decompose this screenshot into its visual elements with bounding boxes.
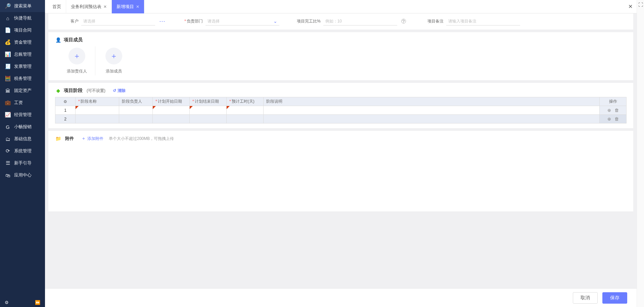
col-gear[interactable]: ⚙ — [55, 97, 76, 106]
tab-label: 新增项目 — [117, 4, 134, 10]
col-start: *计划开始日期 — [153, 97, 190, 106]
sidebar-item-label: 新手引导 — [14, 160, 32, 166]
form-top-row: 客户 ⋯ *负责部门 ⌄ 项目完工比% ? 项目备注 — [48, 13, 633, 30]
system-icon: ⟳ — [5, 148, 11, 154]
cell-name[interactable] — [76, 106, 119, 115]
add-attachment-label: 添加附件 — [87, 136, 103, 142]
row-index: 1 — [55, 106, 76, 115]
sidebar-item-label: 税务管理 — [14, 75, 32, 82]
cell-desc[interactable] — [264, 115, 600, 123]
sidebar-item-reimburse[interactable]: G 小畅报销 — [0, 121, 45, 133]
ledger-icon: 📊 — [5, 51, 11, 57]
remark-input[interactable] — [446, 17, 520, 25]
tab-label: 业务利润预估表 — [71, 4, 101, 10]
phase-header-row: ⚙ *阶段名称 阶段负责人 *计划开始日期 *计划结束日期 *预计工时(天) 阶… — [55, 97, 627, 106]
phase-optional-note: (可不设置) — [87, 88, 105, 94]
sidebar-item-system[interactable]: ⟳ 系统管理 — [0, 145, 45, 157]
cell-start[interactable] — [153, 106, 190, 115]
tab-profit-estimate[interactable]: 业务利润预估表 ✕ — [66, 0, 112, 13]
tab-new-project[interactable]: 新增项目 ✕ — [112, 0, 144, 13]
close-all-tabs-icon[interactable]: ✕ — [628, 3, 633, 10]
fullscreen-icon[interactable]: ⛶ — [638, 2, 643, 7]
sidebar-item-project-contract[interactable]: 📄 项目合同 — [0, 24, 45, 36]
cell-hours[interactable] — [227, 106, 264, 115]
sidebar-item-funds[interactable]: 💰 资金管理 — [0, 36, 45, 48]
collapse-icon[interactable]: ⏩ — [35, 300, 40, 305]
add-attachment-button[interactable]: ＋ 添加附件 — [81, 136, 103, 142]
required-marker-icon — [190, 106, 193, 109]
sidebar-item-guide[interactable]: ☰ 新手引导 — [0, 157, 45, 169]
attach-panel: 📁 附件 ＋ 添加附件 单个大小不超过200MB，可拖拽上传 — [48, 131, 633, 211]
row-delete-icon[interactable]: 🗑 — [614, 116, 619, 121]
cell-end[interactable] — [190, 115, 227, 123]
row-add-icon[interactable]: ⊕ — [607, 116, 611, 121]
sidebar-footer: ⚙ ⏩ — [0, 300, 45, 305]
phase-table: ⚙ *阶段名称 阶段负责人 *计划开始日期 *计划结束日期 *预计工时(天) 阶… — [55, 97, 627, 123]
add-leader-button[interactable]: ＋ — [68, 48, 85, 64]
refresh-icon: ↺ — [113, 88, 116, 93]
sidebar-item-search[interactable]: 🔎 搜索菜单 — [0, 0, 45, 12]
col-desc: 阶段说明 — [264, 97, 600, 106]
tab-label: 首页 — [52, 4, 61, 10]
apps-icon: 🛍 — [5, 172, 11, 178]
sidebar-item-tax[interactable]: 🧮 税务管理 — [0, 72, 45, 85]
field-ratio-label: 项目完工比% — [297, 18, 321, 24]
sidebar-item-appcenter[interactable]: 🛍 应用中心 — [0, 169, 45, 181]
cancel-button[interactable]: 取消 — [573, 292, 598, 304]
col-end: *计划结束日期 — [190, 97, 227, 106]
cell-owner[interactable] — [119, 106, 153, 115]
invoice-icon: 🧾 — [5, 63, 11, 69]
attach-note: 单个大小不超过200MB，可拖拽上传 — [109, 136, 174, 142]
tab-home[interactable]: 首页 — [48, 0, 66, 13]
content-scroll[interactable]: 客户 ⋯ *负责部门 ⌄ 项目完工比% ? 项目备注 — [45, 13, 637, 288]
settings-icon[interactable]: ⚙ — [5, 300, 9, 305]
sidebar-item-quicknav[interactable]: ⌂ 快捷导航 — [0, 12, 45, 24]
salary-icon: 💼 — [5, 100, 11, 106]
main-area: 首页 业务利润预估表 ✕ 新增项目 ✕ ✕ 客户 ⋯ *负责部门 — [45, 0, 637, 307]
help-icon[interactable]: ? — [401, 19, 406, 23]
customer-input[interactable] — [81, 17, 155, 25]
add-member-label: 添加成员 — [106, 68, 122, 74]
sidebar-item-business[interactable]: 📈 经营管理 — [0, 109, 45, 121]
close-icon[interactable]: ✕ — [103, 4, 107, 9]
col-hours: *预计工时(天) — [227, 97, 264, 106]
dept-select[interactable]: ⌄ — [205, 17, 279, 25]
add-member-button[interactable]: ＋ — [105, 48, 122, 64]
cell-owner[interactable] — [119, 115, 153, 123]
cell-name[interactable] — [76, 115, 119, 123]
section-title-text: 项目成员 — [64, 37, 83, 43]
sidebar-item-label: 基础信息 — [14, 136, 32, 142]
row-delete-icon[interactable]: 🗑 — [614, 108, 619, 113]
cell-hours[interactable] — [227, 115, 264, 123]
dept-input[interactable] — [205, 17, 279, 25]
sidebar-item-invoice[interactable]: 🧾 发票管理 — [0, 60, 45, 72]
members-panel: 👤 项目成员 ＋ 添加责任人 ＋ 添加成员 — [48, 32, 633, 80]
sidebar-item-label: 应用中心 — [14, 172, 32, 178]
ratio-input[interactable] — [323, 17, 397, 25]
field-remark-label: 项目备注 — [423, 18, 444, 24]
col-owner: 阶段负责人 — [119, 97, 153, 106]
sidebar-item-label: 资金管理 — [14, 39, 32, 45]
info-icon: 🗂 — [5, 136, 11, 142]
sidebar-item-label: 小畅报销 — [14, 124, 32, 130]
customer-select[interactable] — [81, 17, 155, 25]
phase-clear-button[interactable]: ↺ 清除 — [113, 88, 126, 94]
cell-end[interactable] — [190, 106, 227, 115]
tab-bar: 首页 业务利润预估表 ✕ 新增项目 ✕ ✕ — [45, 0, 637, 13]
row-add-icon[interactable]: ⊕ — [607, 108, 611, 113]
section-title-text: 项目阶段 — [64, 88, 83, 94]
sidebar-item-label: 项目合同 — [14, 27, 32, 33]
close-icon[interactable]: ✕ — [136, 4, 139, 9]
cell-desc[interactable] — [264, 106, 600, 115]
sidebar-item-assets[interactable]: 🏛 固定资产 — [0, 85, 45, 97]
cell-start[interactable] — [153, 115, 190, 123]
sidebar-item-baseinfo[interactable]: 🗂 基础信息 — [0, 133, 45, 145]
sidebar-item-ledger[interactable]: 📊 总账管理 — [0, 48, 45, 60]
phase-row: 1 ⊕ 🗑 — [55, 106, 627, 115]
money-icon: 💰 — [5, 39, 11, 45]
add-member-slot: ＋ 添加成员 — [95, 46, 132, 75]
sidebar-item-salary[interactable]: 💼 工资 — [0, 97, 45, 109]
save-button[interactable]: 保存 — [602, 292, 627, 304]
reimburse-icon: G — [5, 124, 11, 130]
more-icon[interactable]: ⋯ — [159, 17, 165, 25]
